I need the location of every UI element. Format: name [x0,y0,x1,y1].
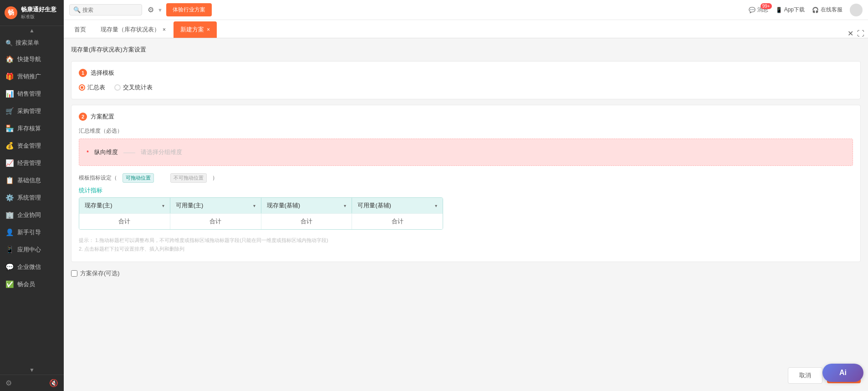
radio-summary-label: 汇总表 [87,83,105,92]
sidebar-item-marketing[interactable]: 🎁 营销推广 [0,68,64,85]
tab-inventory-close-icon[interactable]: × [163,27,166,32]
stats-col-2[interactable]: 现存量(基辅) ▾ [261,198,352,213]
sidebar-item-operations[interactable]: 📈 经营管理 [0,154,64,172]
tab-new-scheme-label: 新建方案 [180,26,204,34]
stats-col-0[interactable]: 现存量(主) ▾ [79,198,170,213]
message-btn[interactable]: 💬 消息 99+ [749,6,768,14]
topbar-dropdown-arrow[interactable]: ▼ [158,7,163,13]
stats-col-3[interactable]: 可用量(基辅) ▾ [352,198,443,213]
sidebar-item-newbie[interactable]: 👤 新手引导 [0,224,64,241]
vertical-dim-area[interactable]: * 纵向维度 —— 请选择分组维度 [79,139,853,166]
stats-cell-1: 合计 [170,214,261,229]
sidebar-item-label: 销售管理 [17,90,41,98]
marketing-icon: 🎁 [5,72,14,81]
ai-float-button[interactable]: Ai [822,364,863,382]
sidebar-item-label: 采购管理 [17,107,41,115]
stats-cell-0: 合计 [79,214,170,229]
sidebar-item-purchase[interactable]: 🛒 采购管理 [0,103,64,120]
step1-header: 1 选择模板 [79,69,853,77]
online-service-label: 在线客服 [821,6,842,14]
logo-icon: 畅 [5,6,17,19]
stats-table: 现存量(主) ▾ 可用量(主) ▾ 现存量(基辅) ▾ 可用量(基辅) [79,197,443,230]
sidebar-item-sales[interactable]: 📊 销售管理 [0,85,64,103]
topbar-search-icon: 🔍 [73,6,81,13]
topbar: 🔍 ⚙ ▼ 体验行业方案 💬 消息 99+ 📱 App下载 🎧 在线客服 [64,0,868,20]
sound-icon[interactable]: 🔇 [49,379,58,387]
sidebar-item-label: 企业协同 [17,211,41,219]
sidebar-logo-text: 畅康通好生意 标准版 [21,5,56,20]
headset-icon: 🎧 [812,7,819,13]
wechat-icon: 💬 [5,263,14,271]
sidebar-item-system[interactable]: ⚙️ 系统管理 [0,189,64,206]
trial-btn[interactable]: 体验行业方案 [166,3,212,16]
sidebar-item-label: 应用中心 [17,246,41,254]
summary-dim-label: 汇总维度（必选） [79,127,853,135]
radio-summary[interactable]: 汇总表 [79,83,105,92]
stats-cell-2: 合计 [261,214,352,229]
topbar-search-box[interactable]: 🔍 [69,4,142,15]
col-3-chevron[interactable]: ▾ [435,203,437,208]
sidebar-item-label: 经营管理 [17,159,41,167]
topbar-search-input[interactable] [82,7,128,13]
tab-new-scheme[interactable]: 新建方案 × [174,21,217,38]
save-checkbox[interactable] [71,270,77,277]
col-1-chevron[interactable]: ▾ [253,203,255,208]
sidebar-item-quick-nav[interactable]: 🏠 快捷导航 [0,51,64,68]
sidebar-item-app-center[interactable]: 📱 应用中心 [0,241,64,258]
user-avatar[interactable] [850,4,863,16]
radio-cross[interactable]: 交叉统计表 [114,83,153,92]
required-mark: * [87,149,89,156]
stats-col-2-label: 现存量(基辅) [267,201,301,210]
purchase-icon: 🛒 [5,107,14,115]
sidebar-item-enterprise[interactable]: 🏢 企业协同 [0,206,64,224]
sidebar-item-wechat[interactable]: 💬 企业微信 [0,258,64,276]
stats-col-0-label: 现存量(主) [85,201,112,210]
sidebar-item-label: 营销推广 [17,72,41,81]
system-icon: ⚙️ [5,194,14,202]
sidebar-item-basic-info[interactable]: 📋 基础信息 [0,172,64,189]
cancel-button[interactable]: 取消 [788,367,822,384]
vertical-dim-label: 纵向维度 [94,148,118,156]
sidebar-item-inventory[interactable]: 🏪 库存核算 [0,120,64,137]
step1-num: 1 [79,69,87,77]
tab-expand-icon[interactable]: ⛶ [857,30,864,38]
inventory-icon: 🏪 [5,124,14,133]
step2-label: 方案配置 [91,113,114,121]
app-name-main: 畅康通好生意 [21,5,56,14]
indicator-config-label: 模板指标设定（ 可拖动位置 不可拖动位置 ） [79,173,853,183]
app-download-btn[interactable]: 📱 App下载 [776,6,805,14]
sidebar-item-member[interactable]: ✅ 畅会员 [0,276,64,293]
phone-icon: 📱 [776,7,782,13]
tabs-bar: 首页 现存量（库存状况表） × 新建方案 × ✕ ⛶ [64,20,868,38]
operations-icon: 📈 [5,159,14,167]
ai-label: Ai [839,369,847,377]
tab-home[interactable]: 首页 [67,21,93,38]
scroll-down-arrow[interactable]: ▼ [0,365,64,375]
stats-col-1[interactable]: 可用量(主) ▾ [170,198,261,213]
sidebar-search[interactable]: 🔍 搜索菜单 [0,35,64,51]
stats-col-3-label: 可用量(基辅) [357,201,391,210]
indicator-separator [159,174,165,182]
tab-inventory-label: 现存量（库存状况表） [101,26,160,34]
stats-col-1-label: 可用量(主) [176,201,204,210]
sidebar-footer: ⚙ 🔇 [0,375,64,391]
settings-icon[interactable]: ⚙ [5,379,12,387]
radio-cross-dot [114,84,121,91]
tab-new-scheme-close-icon[interactable]: × [207,27,210,32]
online-service-btn[interactable]: 🎧 在线客服 [812,6,842,14]
sidebar-item-finance[interactable]: 💰 资金管理 [0,137,64,154]
save-option-label: 方案保存(可选) [80,269,120,278]
tips-section: 提示： 1.拖动标题栏可以调整布局，不可跨维度或指标区域拖动标题字段(只能在同一… [79,237,853,252]
topbar-gear-icon[interactable]: ⚙ [148,5,154,14]
tab-close-window-icon[interactable]: ✕ [848,29,853,38]
sidebar-item-label: 快捷导航 [17,55,41,63]
indicator-config-text: 模板指标设定（ [79,174,117,182]
tab-inventory-status[interactable]: 现存量（库存状况表） × [94,21,173,38]
step1-section: 1 选择模板 汇总表 交叉统计表 [71,61,861,99]
sidebar-item-label: 资金管理 [17,142,41,150]
col-2-chevron[interactable]: ▾ [344,203,346,208]
sidebar-item-label: 新手引导 [17,228,41,237]
step2-num: 2 [79,113,87,121]
scroll-up-arrow[interactable]: ▲ [0,26,64,35]
col-0-chevron[interactable]: ▾ [162,203,164,208]
